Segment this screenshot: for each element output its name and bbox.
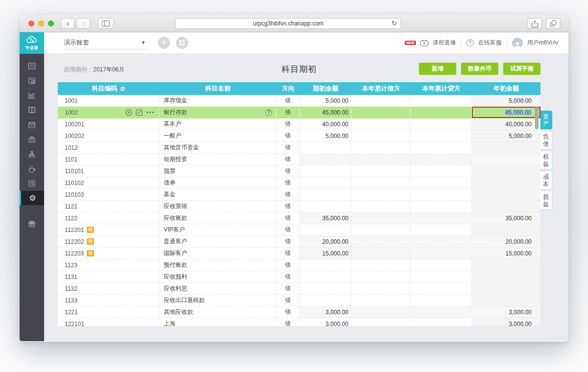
cell-account-code[interactable]: 1221 bbox=[58, 306, 159, 318]
cell-ytd-debit[interactable] bbox=[351, 130, 411, 142]
app-logo[interactable]: 专业版 bbox=[20, 32, 44, 54]
cell-direction[interactable]: 借 bbox=[276, 107, 300, 118]
table-row[interactable]: 100201基本户借40,000.0040,000.00 bbox=[58, 118, 540, 130]
cell-account-code[interactable]: 1001 bbox=[58, 95, 159, 107]
table-row[interactable]: 1132应收利息借 bbox=[58, 283, 540, 295]
cell-opening-balance[interactable]: 5,000.00 bbox=[300, 95, 351, 107]
cell-ytd-debit[interactable] bbox=[351, 271, 411, 283]
cell-ytd-debit[interactable] bbox=[351, 236, 411, 248]
sidebar-item-assistant[interactable] bbox=[20, 162, 44, 176]
cell-account-name[interactable]: 上海 bbox=[159, 318, 276, 326]
table-row[interactable]: 1101短期投资借 bbox=[58, 154, 540, 165]
cell-ytd-credit[interactable] bbox=[411, 189, 472, 201]
cell-ytd-credit[interactable] bbox=[411, 130, 472, 142]
cell-ytd-credit[interactable] bbox=[411, 201, 472, 212]
cell-initial-balance[interactable]: 5,000.00 bbox=[472, 130, 540, 142]
table-row[interactable]: 122101上海借3,000.003,000.00 bbox=[58, 318, 540, 326]
cell-initial-balance[interactable]: 5,000.00 bbox=[472, 95, 540, 107]
quantity-foreign-currency-button[interactable]: 数量外币 bbox=[461, 63, 498, 75]
table-row[interactable]: 1221其他应收款借3,000.003,000.00 bbox=[58, 306, 540, 318]
user-menu[interactable]: 用户m6VrAr bbox=[527, 39, 559, 47]
table-row[interactable]: 112201辅VIP客户借 bbox=[58, 224, 540, 236]
cell-ytd-credit[interactable] bbox=[411, 165, 472, 177]
cell-direction[interactable]: 借 bbox=[276, 165, 300, 177]
add-button[interactable]: 新增 bbox=[419, 63, 456, 75]
edit-icon[interactable] bbox=[136, 109, 143, 116]
add-account-set-button[interactable]: + bbox=[158, 37, 170, 49]
cell-initial-balance[interactable] bbox=[472, 165, 540, 177]
cell-account-code[interactable]: 1122 bbox=[58, 212, 159, 224]
cell-ytd-credit[interactable] bbox=[411, 248, 472, 259]
table-row[interactable]: 1012其他货币资金借 bbox=[58, 142, 540, 154]
cell-account-name[interactable]: 应收股利 bbox=[159, 271, 276, 283]
cell-initial-balance[interactable]: 15,000.00 bbox=[472, 248, 540, 259]
cell-account-name[interactable]: 银行存款? bbox=[159, 107, 276, 118]
category-tab-5[interactable]: 损益 bbox=[540, 191, 552, 209]
cell-opening-balance[interactable]: 15,000.00 bbox=[300, 248, 351, 259]
cell-opening-balance[interactable]: 3,000.00 bbox=[300, 318, 351, 326]
cell-initial-balance[interactable]: 35,000.00 bbox=[472, 212, 540, 224]
browser-back-button[interactable]: ‹ bbox=[61, 18, 74, 29]
cell-account-name[interactable]: VIP客户 bbox=[159, 224, 276, 236]
cell-direction[interactable]: 借 bbox=[276, 236, 300, 248]
sidebar-item-documents[interactable] bbox=[20, 73, 44, 88]
trial-balance-button[interactable]: 试算平衡 bbox=[503, 63, 540, 75]
cell-account-name[interactable]: 应收票据 bbox=[159, 201, 276, 212]
cell-account-code[interactable]: 110101 bbox=[58, 165, 159, 177]
reload-icon[interactable]: ↻ bbox=[392, 20, 397, 27]
cell-ytd-credit[interactable] bbox=[411, 95, 472, 107]
cell-direction[interactable]: 借 bbox=[276, 177, 300, 189]
sidebar-item-promotions[interactable] bbox=[20, 216, 44, 231]
table-row[interactable]: 110102债券借 bbox=[58, 177, 540, 189]
cell-account-name[interactable]: 股票 bbox=[159, 165, 276, 177]
cell-initial-balance[interactable] bbox=[472, 189, 540, 201]
cell-direction[interactable]: 借 bbox=[276, 271, 300, 283]
cell-direction[interactable]: 借 bbox=[276, 283, 300, 295]
cell-ytd-debit[interactable] bbox=[351, 259, 411, 271]
cell-opening-balance[interactable] bbox=[300, 259, 351, 271]
share-button[interactable] bbox=[527, 18, 542, 29]
cell-opening-balance[interactable] bbox=[300, 271, 351, 283]
cell-opening-balance[interactable]: 5,000.00 bbox=[300, 130, 351, 142]
sidebar-item-vouchers[interactable] bbox=[20, 59, 44, 73]
cell-account-code[interactable]: 1132 bbox=[58, 283, 159, 295]
cell-direction[interactable]: 借 bbox=[276, 118, 300, 130]
vertical-scrollbar-thumb[interactable] bbox=[535, 107, 539, 129]
cell-initial-balance[interactable] bbox=[472, 224, 540, 236]
sidebar-item-ledgers[interactable] bbox=[20, 103, 44, 117]
cell-initial-balance[interactable] bbox=[472, 283, 540, 295]
sidebar-item-funds[interactable] bbox=[20, 132, 44, 147]
cell-ytd-debit[interactable] bbox=[351, 95, 411, 107]
cell-opening-balance[interactable] bbox=[300, 177, 351, 189]
sidebar-item-reports[interactable] bbox=[20, 88, 44, 103]
table-row[interactable]: 1121应收票据借 bbox=[58, 201, 540, 212]
avatar[interactable] bbox=[512, 38, 523, 48]
add-sub-account-icon[interactable] bbox=[125, 109, 132, 116]
cell-ytd-debit[interactable] bbox=[351, 118, 411, 130]
sidebar-item-closing[interactable] bbox=[20, 117, 44, 132]
cell-account-code[interactable]: 100201 bbox=[58, 118, 159, 130]
table-row[interactable]: 1123预付账款借 bbox=[58, 259, 540, 271]
cell-account-name[interactable]: 应收账款 bbox=[159, 212, 276, 224]
cell-account-name[interactable]: 其他应收款 bbox=[159, 306, 276, 318]
cell-opening-balance[interactable] bbox=[300, 295, 351, 306]
cell-account-code[interactable]: 122101 bbox=[58, 318, 159, 326]
table-row[interactable]: 100202一般户借5,000.005,000.00 bbox=[58, 130, 540, 142]
cell-ytd-debit[interactable] bbox=[351, 154, 411, 165]
cell-direction[interactable]: 借 bbox=[276, 318, 300, 326]
cell-initial-balance[interactable] bbox=[472, 295, 540, 306]
cell-account-name[interactable]: 基金 bbox=[159, 189, 276, 201]
zoom-window-button[interactable] bbox=[48, 21, 54, 26]
cell-account-name[interactable]: 预付账款 bbox=[159, 259, 276, 271]
cell-ytd-credit[interactable] bbox=[411, 212, 472, 224]
help-circle-icon[interactable]: ? bbox=[265, 109, 272, 116]
cell-opening-balance[interactable] bbox=[300, 142, 351, 154]
cell-initial-balance[interactable] bbox=[472, 201, 540, 212]
address-bar[interactable]: urpcg3hibfvn.chanapp.com ↻ bbox=[175, 18, 401, 29]
cell-ytd-debit[interactable] bbox=[351, 295, 411, 306]
cell-ytd-debit[interactable] bbox=[351, 248, 411, 259]
cell-account-name[interactable]: 国际客户 bbox=[159, 248, 276, 259]
cell-account-code[interactable]: 110103 bbox=[58, 189, 159, 201]
cell-ytd-credit[interactable] bbox=[411, 271, 472, 283]
cell-initial-balance[interactable] bbox=[472, 271, 540, 283]
